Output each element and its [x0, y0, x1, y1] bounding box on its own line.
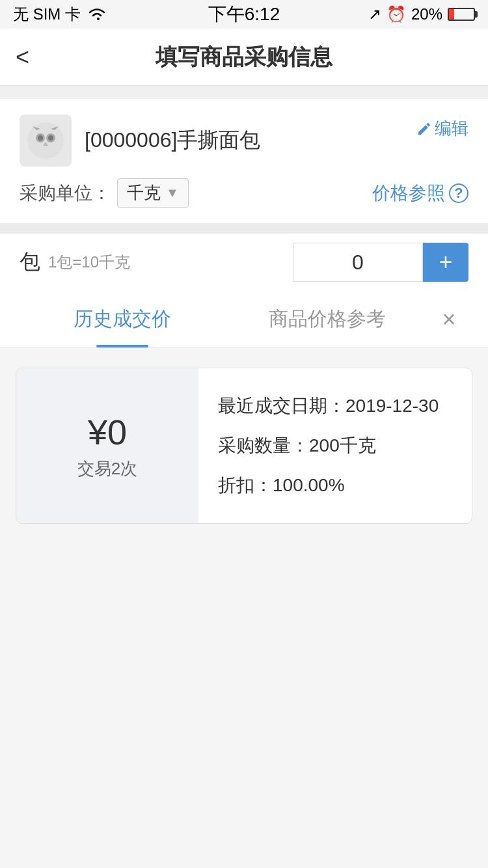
tab-history-price[interactable]: 历史成交价: [20, 291, 224, 347]
battery-icon: [448, 8, 475, 21]
location-icon: ↗: [368, 5, 381, 23]
carrier-text: 无 SIM 卡: [13, 4, 81, 25]
quantity-input[interactable]: [293, 243, 423, 282]
price-ref-button[interactable]: 价格参照 ?: [372, 181, 468, 206]
svg-point-0: [27, 122, 64, 159]
product-name: [0000006]手撕面包: [85, 128, 260, 152]
price-symbol: ¥: [88, 413, 107, 452]
price-value: 0: [107, 413, 127, 452]
price-ref-info-icon: ?: [449, 183, 468, 203]
recent-date-label: 最近成交日期：: [218, 396, 346, 416]
history-card-left: ¥0 交易2次: [16, 368, 198, 523]
section-divider: [0, 223, 488, 234]
nav-bar: < 填写商品采购信息: [0, 29, 488, 86]
quantity-unit: 包: [20, 248, 40, 277]
product-unit-row: 采购单位： 千克 ▼ 价格参照 ?: [20, 178, 468, 208]
unit-label: 采购单位：: [20, 181, 111, 206]
alarm-icon: ⏰: [386, 5, 406, 23]
chevron-down-icon: ▼: [166, 185, 179, 200]
battery-percentage: 20%: [411, 5, 442, 23]
svg-point-4: [48, 135, 53, 141]
quantity-row: 包 1包=10千克 +: [0, 234, 488, 291]
quantity-plus-button[interactable]: +: [423, 243, 468, 282]
status-bar: 无 SIM 卡 下午6:12 ↗ ⏰ 20%: [0, 0, 488, 29]
tab-history-label: 历史成交价: [74, 306, 171, 332]
history-card-right: 最近成交日期：2019-12-30 采购数量：200千克 折扣：100.00%: [198, 368, 472, 523]
product-card: [0000006]手撕面包 编辑 采购单位： 千克 ▼ 价格参照 ?: [0, 99, 488, 223]
edit-label: 编辑: [435, 117, 468, 140]
status-left: 无 SIM 卡: [13, 4, 107, 25]
wifi-icon: [87, 7, 107, 21]
tabs-bar: 历史成交价 商品价格参考 ×: [0, 291, 488, 348]
product-left: [0000006]手撕面包: [20, 115, 260, 167]
recent-date-row: 最近成交日期：2019-12-30: [218, 392, 452, 421]
product-header: [0000006]手撕面包 编辑: [20, 115, 468, 167]
tab-active-underline: [96, 345, 148, 347]
tabs-close-button[interactable]: ×: [429, 300, 468, 339]
recent-date-value: 2019-12-30: [346, 396, 439, 416]
content-area: ¥0 交易2次 最近成交日期：2019-12-30 采购数量：200千克 折扣：…: [0, 348, 488, 868]
svg-point-3: [38, 135, 43, 141]
price-ref-label: 价格参照: [372, 181, 445, 206]
status-right: ↗ ⏰ 20%: [368, 5, 475, 23]
status-time: 下午6:12: [208, 2, 280, 27]
page-title: 填写商品采购信息: [156, 42, 332, 72]
history-trades: 交易2次: [77, 457, 137, 480]
quantity-input-group: +: [293, 243, 468, 282]
product-logo: [26, 121, 65, 160]
edit-button[interactable]: 编辑: [416, 115, 468, 140]
product-image: [20, 115, 72, 167]
back-button[interactable]: <: [16, 44, 29, 71]
history-card: ¥0 交易2次 最近成交日期：2019-12-30 采购数量：200千克 折扣：…: [16, 368, 472, 524]
discount-row: 折扣：100.00%: [218, 471, 452, 500]
edit-icon: [416, 121, 432, 137]
discount-value: 100.00%: [273, 475, 345, 495]
unit-select[interactable]: 千克 ▼: [117, 178, 189, 208]
quantity-conversion: 1包=10千克: [48, 252, 130, 273]
tab-product-price-ref[interactable]: 商品价格参考: [224, 291, 429, 347]
history-price: ¥0: [88, 412, 127, 452]
tab-product-label: 商品价格参考: [269, 306, 386, 332]
quantity-detail-value: 200千克: [309, 435, 376, 455]
quantity-detail-label: 采购数量：: [218, 435, 309, 455]
unit-value: 千克: [127, 182, 161, 204]
quantity-row-detail: 采购数量：200千克: [218, 431, 452, 461]
discount-label: 折扣：: [218, 475, 273, 495]
quantity-label: 包 1包=10千克: [20, 248, 130, 277]
